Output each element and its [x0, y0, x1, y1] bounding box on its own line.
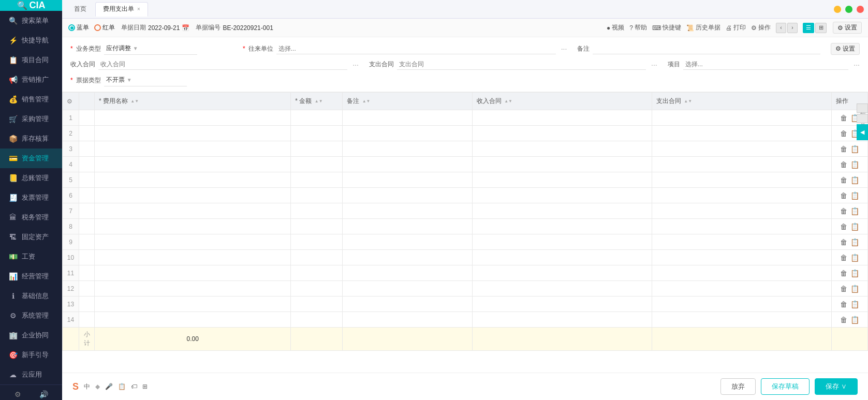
sidebar-item-capital[interactable]: 💳 资金管理 [0, 149, 62, 168]
calendar-icon[interactable]: 📅 [182, 24, 189, 32]
delete-row-btn[interactable]: 🗑 [838, 238, 849, 247]
delete-row-btn[interactable]: 🗑 [838, 206, 849, 216]
sidebar-item-quick-nav[interactable]: ⚡ 快捷导航 [0, 31, 62, 50]
sidebar-item-project[interactable]: 📋 项目合同 [0, 50, 62, 70]
sort-arrows-expense-contract[interactable]: ▲▼ [684, 99, 692, 103]
delete-row-btn[interactable]: 🗑 [838, 253, 849, 262]
delete-row-btn[interactable]: 🗑 [838, 191, 849, 200]
history-btn[interactable]: 📜 历史单据 [686, 23, 720, 32]
sidebar-item-enterprise[interactable]: 🏢 企业协同 [0, 325, 62, 345]
copy-row-btn[interactable]: 📋 [849, 175, 861, 185]
toolbar: 蓝单 红单 单据日期 2022-09-21 📅 单据编号 BE-20220921… [62, 19, 868, 37]
top-settings-button[interactable]: ⚙ 设置 [831, 43, 860, 55]
volume-icon[interactable]: 🔊 [39, 390, 48, 398]
salary-icon: 💵 [8, 253, 18, 261]
copy-row-btn[interactable]: 📋 [849, 238, 861, 247]
sort-arrows-income[interactable]: ▲▼ [504, 99, 512, 103]
save-button[interactable]: 保存 ∨ [815, 378, 858, 395]
copy-row-btn[interactable]: 📋 [849, 284, 861, 293]
sidebar-item-tax[interactable]: 🏛 税务管理 [0, 208, 62, 227]
sidebar-item-inventory[interactable]: 📦 库存核算 [0, 129, 62, 149]
mic-icon[interactable]: 🎤 [105, 383, 113, 390]
copy-row-btn[interactable]: 📋 [849, 160, 861, 169]
sort-arrows-expense[interactable]: ▲▼ [130, 99, 139, 103]
blue-bill-radio[interactable]: 蓝单 [68, 23, 89, 32]
minimize-button[interactable] [834, 6, 841, 13]
prev-arrow[interactable]: ‹ [776, 23, 786, 33]
delete-row-btn[interactable]: 🗑 [838, 222, 849, 231]
video-btn[interactable]: ● 视频 [607, 23, 624, 32]
sidebar-item-basic-info[interactable]: ℹ 基础信息 [0, 286, 62, 306]
partner-input[interactable] [276, 43, 556, 54]
sort-arrows-note[interactable]: ▲▼ [362, 99, 371, 103]
sidebar-item-salary[interactable]: 💵 工资 [0, 247, 62, 266]
copy-row-btn[interactable]: 📋 [849, 206, 861, 216]
expense-contract-more-icon[interactable]: ··· [651, 61, 657, 69]
form-row-1: * 业务类型 应付调整 ▼ * 往来单位 ··· 备注 [70, 42, 860, 55]
sidebar-item-sales[interactable]: 💰 销售管理 [0, 90, 62, 109]
side-panel-btn3[interactable]: ◀ [857, 124, 868, 140]
sidebar-item-invoice[interactable]: 🧾 发票管理 [0, 188, 62, 208]
project-input[interactable] [683, 59, 849, 70]
copy-row-btn[interactable]: 📋 [849, 191, 861, 200]
income-contract-more-icon[interactable]: ··· [352, 61, 359, 69]
remark-input[interactable] [593, 43, 820, 54]
business-type-select[interactable]: 应付调整 ▼ [104, 42, 197, 55]
tab-expense[interactable]: 费用支出单 × [95, 2, 148, 17]
copy-row-btn[interactable]: 📋 [849, 144, 861, 154]
delete-row-btn[interactable]: 🗑 [838, 144, 849, 154]
grid-icon[interactable]: ⊞ [142, 383, 148, 390]
delete-row-btn[interactable]: 🗑 [838, 284, 849, 293]
settings-bottom-icon[interactable]: ⚙ [14, 390, 21, 398]
delete-row-btn[interactable]: 🗑 [838, 175, 849, 185]
delete-row-btn[interactable]: 🗑 [838, 269, 849, 278]
settings-button[interactable]: ⚙ 设置 [833, 22, 862, 34]
sidebar-item-ledger[interactable]: 📒 总账管理 [0, 168, 62, 188]
partner-more-icon[interactable]: ··· [561, 45, 567, 53]
more-ops-btn[interactable]: ⚙ 操作 [751, 23, 771, 32]
sidebar-item-operations[interactable]: 📊 经营管理 [0, 266, 62, 286]
delete-row-btn[interactable]: 🗑 [838, 300, 849, 309]
red-bill-radio[interactable]: 红单 [94, 23, 115, 32]
copy-row-btn[interactable]: 📋 [849, 269, 861, 278]
next-arrow[interactable]: › [787, 23, 798, 33]
sidebar-item-search[interactable]: 🔍 搜索菜单 [0, 11, 62, 31]
list-view-btn[interactable]: ☰ [803, 23, 814, 33]
sidebar-item-marketing[interactable]: 📢 营销推广 [0, 70, 62, 90]
sidebar-item-system[interactable]: ⚙ 系统管理 [0, 306, 62, 325]
sidebar-item-purchase[interactable]: 🛒 采购管理 [0, 109, 62, 129]
grid-view-btn[interactable]: ⊞ [815, 23, 827, 33]
maximize-button[interactable] [845, 6, 852, 13]
new-guide-icon: 🎯 [8, 351, 18, 359]
copy-row-btn[interactable]: 📋 [849, 315, 861, 324]
zh-icon[interactable]: 中 [84, 382, 90, 391]
delete-row-btn[interactable]: 🗑 [838, 113, 849, 123]
delete-row-btn[interactable]: 🗑 [838, 129, 849, 138]
clipboard-icon[interactable]: 📋 [118, 383, 126, 390]
tag-icon[interactable]: 🏷 [131, 383, 137, 390]
side-panel-btn1[interactable]: 附 [857, 103, 868, 113]
sort-arrows-amount[interactable]: ▲▼ [315, 99, 323, 103]
income-contract-input[interactable] [98, 59, 347, 70]
project-more-icon[interactable]: ··· [854, 61, 860, 69]
delete-row-btn[interactable]: 🗑 [838, 315, 849, 324]
copy-row-btn[interactable]: 📋 [849, 300, 861, 309]
sidebar-item-new-guide[interactable]: 🎯 新手引导 [0, 345, 62, 365]
save-draft-button[interactable]: 保存草稿 [761, 378, 810, 395]
print-btn[interactable]: 🖨 打印 [726, 23, 746, 32]
sidebar-item-cloud[interactable]: ☁ 云应用 [0, 365, 62, 384]
invoice-type-select[interactable]: 不开票 ▼ [104, 74, 187, 86]
tab-home[interactable]: 首页 [66, 2, 94, 17]
sidebar-item-fixed-asset[interactable]: 🏗 固定资产 [0, 227, 62, 247]
discard-button[interactable]: 放弃 [720, 378, 756, 395]
copy-row-btn[interactable]: 📋 [849, 253, 861, 262]
shortcut-btn[interactable]: ⌨ 快捷键 [652, 23, 681, 32]
tab-close-icon[interactable]: × [137, 6, 140, 12]
close-button[interactable] [857, 6, 864, 13]
expense-contract-input[interactable] [397, 59, 646, 70]
copy-row-btn[interactable]: 📋 [849, 222, 861, 231]
side-panel-btn2[interactable]: 件 [857, 114, 868, 123]
help-btn[interactable]: ? 帮助 [629, 23, 647, 32]
table-gear-icon[interactable]: ⚙ [67, 98, 72, 105]
delete-row-btn[interactable]: 🗑 [838, 160, 849, 169]
